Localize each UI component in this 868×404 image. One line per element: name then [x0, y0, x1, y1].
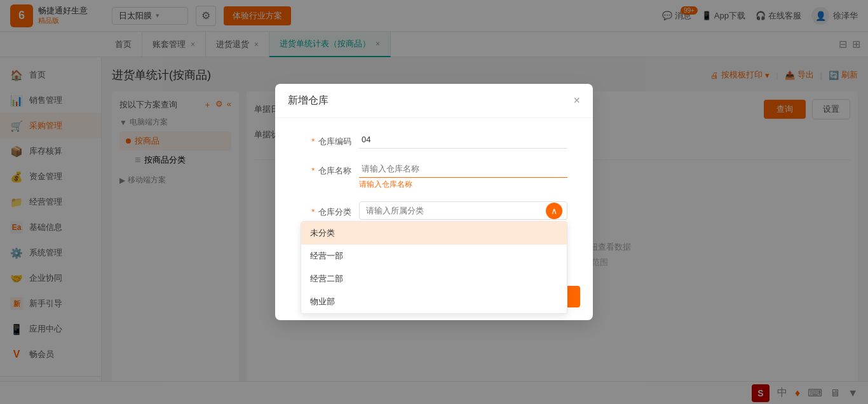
- category-label-text: 仓库分类: [318, 207, 351, 217]
- name-field-control: 请输入仓库名称: [359, 160, 567, 190]
- form-row-name: * 仓库名称 请输入仓库名称: [301, 160, 567, 190]
- dropdown-item-ops2[interactable]: 经营二部: [301, 267, 567, 290]
- dialog-close-button[interactable]: ×: [573, 94, 580, 107]
- code-required-mark: *: [311, 137, 315, 146]
- code-input[interactable]: [359, 131, 567, 149]
- name-error-text: 请输入仓库名称: [359, 179, 567, 190]
- category-label: * 仓库分类: [301, 201, 351, 218]
- dropdown-item-ops1[interactable]: 经营一部: [301, 245, 567, 267]
- dropdown-item-uncategorized[interactable]: 未分类: [301, 222, 567, 245]
- code-label: * 仓库编码: [301, 131, 351, 147]
- code-field-control: [359, 131, 567, 149]
- name-label: * 仓库名称: [301, 160, 351, 177]
- category-field-control: ∧ 未分类 经营一部 经营二部 物业部: [359, 201, 567, 220]
- dialog-header: 新增仓库 ×: [275, 84, 593, 118]
- dropdown-item-property[interactable]: 物业部: [301, 290, 567, 313]
- name-label-text: 仓库名称: [318, 166, 351, 175]
- category-arrow-icon[interactable]: ∧: [546, 203, 562, 219]
- modal-overlay[interactable]: 新增仓库 × * 仓库编码 * 仓库名称: [0, 0, 868, 404]
- category-dropdown: 未分类 经营一部 经营二部 物业部: [301, 221, 567, 314]
- dialog-title: 新增仓库: [288, 94, 329, 107]
- form-row-category: * 仓库分类 ∧ 未分类 经营一部 经营二部 物业部: [301, 201, 567, 220]
- category-required-mark: *: [311, 207, 315, 217]
- form-row-code: * 仓库编码: [301, 131, 567, 149]
- add-warehouse-dialog: 新增仓库 × * 仓库编码 * 仓库名称: [275, 84, 593, 320]
- name-input[interactable]: [359, 160, 567, 178]
- dialog-body: * 仓库编码 * 仓库名称 请输入仓库名称: [275, 118, 593, 278]
- category-input-wrap: ∧: [359, 201, 567, 220]
- name-required-mark: *: [311, 166, 315, 175]
- code-label-text: 仓库编码: [318, 137, 351, 146]
- category-input[interactable]: [359, 201, 567, 220]
